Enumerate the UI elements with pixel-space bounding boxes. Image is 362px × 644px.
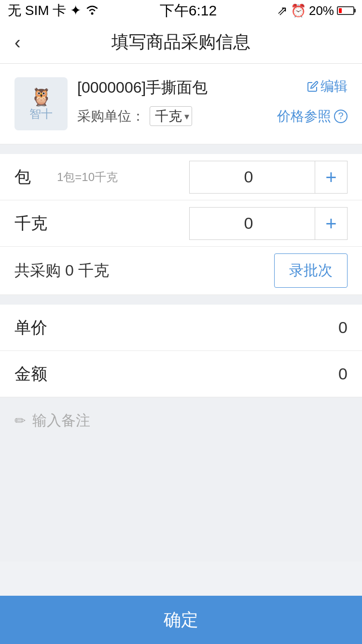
alarm-icon: ⏰ <box>291 3 306 18</box>
bao-input-right: + <box>189 161 348 194</box>
unit-label: 采购单位： <box>77 107 145 126</box>
price-info-section: 单价 0 金额 0 <box>0 305 362 397</box>
sim-label: 无 SIM 卡 ✦ <box>8 1 81 20</box>
total-row: 共采购 0 千克 录批次 <box>0 247 362 295</box>
input-section: 包 1包=10千克 + 千克 + <box>0 154 362 247</box>
remark-section: ✏ 输入备注 <box>0 397 362 561</box>
page-title: 填写商品采购信息 <box>111 30 251 54</box>
battery-percent: 20% <box>309 3 334 18</box>
bao-input-row: 包 1包=10千克 + <box>0 154 362 200</box>
remark-input-row[interactable]: ✏ 输入备注 <box>14 411 348 431</box>
remark-placeholder: 输入备注 <box>32 411 90 431</box>
wifi-icon <box>85 3 99 18</box>
pencil-icon: ✏ <box>14 413 26 429</box>
status-left: 无 SIM 卡 ✦ <box>8 1 99 20</box>
section-divider-2 <box>0 295 362 305</box>
product-thumbnail: 🦉 智十 <box>14 77 68 130</box>
total-text: 共采购 0 千克 <box>14 260 109 281</box>
bao-input[interactable] <box>189 161 315 194</box>
price-ref-button[interactable]: 价格参照 ? <box>277 107 348 126</box>
back-button[interactable]: ‹ <box>14 33 21 52</box>
kg-input[interactable] <box>189 207 315 240</box>
product-info: [0000006]手撕面包 编辑 采购单位： 千克 包 <box>77 77 348 126</box>
unit-price-value: 0 <box>338 318 348 337</box>
total-amount: 0 <box>65 262 74 279</box>
unit-price-label: 单价 <box>14 317 47 339</box>
bao-plus-button[interactable]: + <box>315 161 348 194</box>
kg-label: 千克 <box>14 212 53 235</box>
bao-sub: 1包=10千克 <box>57 169 118 185</box>
kg-input-row: 千克 + <box>0 200 362 247</box>
price-ref-help-icon: ? <box>334 110 348 123</box>
svg-point-0 <box>91 13 94 15</box>
amount-label: 金额 <box>14 363 47 385</box>
kg-input-right: + <box>189 207 348 240</box>
edit-button[interactable]: 编辑 <box>307 77 348 96</box>
unit-select[interactable]: 千克 包 <box>150 106 192 126</box>
status-time: 下午6:12 <box>160 1 217 21</box>
amount-row: 金额 0 <box>0 351 362 397</box>
product-card: 🦉 智十 [0000006]手撕面包 编辑 采购单位： 千克 包 <box>0 64 362 144</box>
amount-value: 0 <box>338 364 348 383</box>
product-name: [0000006]手撕面包 <box>77 77 208 98</box>
kg-plus-button[interactable]: + <box>315 207 348 240</box>
unit-price-row: 单价 0 <box>0 305 362 351</box>
confirm-button[interactable]: 确定 <box>0 596 362 644</box>
product-thumb-logo: 🦉 智十 <box>29 86 53 121</box>
location-icon: ⇗ <box>277 3 288 18</box>
nav-bar: ‹ 填写商品采购信息 <box>0 21 362 64</box>
status-bar: 无 SIM 卡 ✦ 下午6:12 ⇗ ⏰ 20% <box>0 0 362 21</box>
unit-select-wrap[interactable]: 千克 包 <box>150 106 192 126</box>
battery-icon <box>337 6 354 15</box>
status-right: ⇗ ⏰ 20% <box>277 3 354 18</box>
bao-label: 包 <box>14 166 53 188</box>
section-divider-1 <box>0 144 362 154</box>
batch-button[interactable]: 录批次 <box>274 253 348 288</box>
